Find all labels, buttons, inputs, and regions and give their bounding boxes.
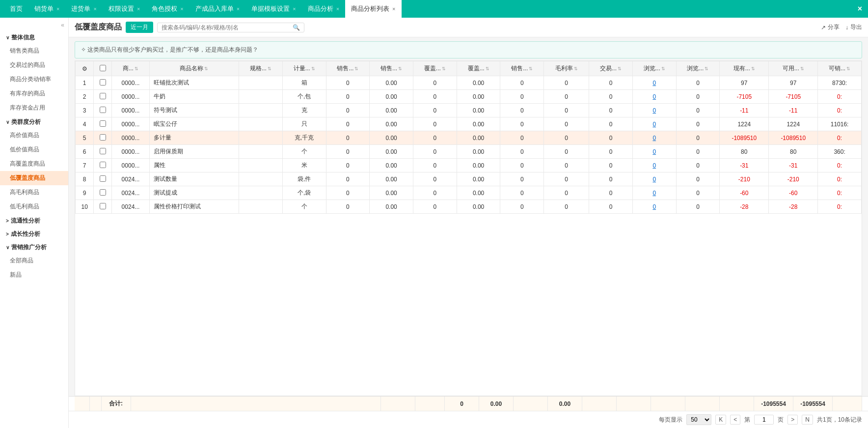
col-available[interactable]: 可用...⇅ [769,61,818,76]
row-checkbox[interactable] [100,162,106,168]
row-name[interactable]: 测试提成 [149,186,239,200]
col-sales-amt[interactable]: 销售...⇅ [370,61,413,76]
row-browse1[interactable]: 0 [632,131,676,145]
sidebar-item-capital[interactable]: 库存资金占用 [0,101,68,115]
sidebar-item-all-goods[interactable]: 全部商品 [0,254,68,268]
nav-close-purchase[interactable]: × [93,6,96,12]
next-page-btn[interactable]: > [787,415,798,425]
sidebar-item-in-stock[interactable]: 有库存的商品 [0,86,68,101]
close-all-tabs[interactable]: × [858,4,862,13]
nav-close-product-analysis-list[interactable]: × [392,6,395,12]
sidebar-group-marketing[interactable]: ∨ 营销推广分析 [0,240,68,254]
row-checkbox[interactable] [100,175,106,182]
sidebar-item-low-coverage[interactable]: 低覆盖度商品 [0,171,68,185]
row-name[interactable]: 符号测试 [149,104,239,117]
row-name[interactable]: 属性价格打印测试 [149,200,239,214]
col-sales-count[interactable]: 销售...⇅ [500,61,544,76]
nav-sales[interactable]: 销货单 × [28,0,65,18]
row-checkbox[interactable] [100,107,106,113]
sidebar-item-category-rate[interactable]: 商品分类动销率 [0,72,68,86]
row-name[interactable]: 属性 [149,159,239,172]
last-page-btn[interactable]: N [802,415,813,425]
row-check[interactable] [94,131,112,145]
sidebar-item-high-margin[interactable]: 高毛利商品 [0,185,68,200]
nav-home[interactable]: 首页 [4,0,28,18]
row-name[interactable]: 眠宝公仔 [149,117,239,131]
row-check[interactable] [94,186,112,200]
sidebar-item-high-coverage[interactable]: 高覆盖度商品 [0,157,68,171]
row-name[interactable]: 牛奶 [149,90,239,104]
search-input[interactable] [162,24,291,31]
export-button[interactable]: ↓ 导出 [845,23,862,31]
row-browse1[interactable]: 0 [632,117,676,131]
nav-close-role[interactable]: × [180,6,183,12]
first-page-btn[interactable]: K [715,415,726,425]
col-gross-margin[interactable]: 毛利率⇅ [544,61,589,76]
row-browse1[interactable]: 0 [632,90,676,104]
sidebar-item-low-margin[interactable]: 低毛利商品 [0,200,68,214]
nav-product-analysis[interactable]: 商品分析 × [302,0,345,18]
nav-close-permissions[interactable]: × [137,6,140,12]
row-checkbox[interactable] [100,203,106,209]
row-browse1[interactable]: 0 [632,159,676,172]
row-browse1[interactable]: 0 [632,104,676,117]
row-check[interactable] [94,159,112,172]
row-checkbox[interactable] [100,79,106,86]
row-check[interactable] [94,76,112,90]
page-size-select[interactable]: 50 100 200 [686,414,711,425]
row-checkbox[interactable] [100,120,106,127]
row-browse1[interactable]: 0 [632,186,676,200]
row-browse1[interactable]: 0 [632,200,676,214]
sidebar-group-flow[interactable]: > 流通性分析 [0,214,68,227]
row-checkbox[interactable] [100,189,106,196]
sidebar-collapse-btn[interactable]: « [0,20,68,30]
share-button[interactable]: ↗ 分享 [821,23,840,31]
nav-close-sales[interactable]: × [56,6,59,12]
nav-close-template[interactable]: × [293,6,296,12]
col-browse2[interactable]: 浏览...⇅ [676,61,720,76]
prev-page-btn[interactable]: < [730,415,740,425]
col-sales-qty[interactable]: 销售...⇅ [326,61,370,76]
nav-product-analysis-list[interactable]: 商品分析列表 × [345,0,401,18]
col-code[interactable]: 商...⇅ [112,61,149,76]
col-spec[interactable]: 规格...⇅ [239,61,283,76]
col-transactions[interactable]: 交易...⇅ [589,61,633,76]
row-browse1[interactable]: 0 [632,145,676,159]
nav-product-entry[interactable]: 产成品入库单 × [190,0,245,18]
row-check[interactable] [94,117,112,131]
sidebar-group-quality[interactable]: ∨ 类群度分析 [0,115,68,128]
nav-permissions[interactable]: 权限设置 × [103,0,146,18]
col-sellable[interactable]: 可销...⇅ [818,61,862,76]
date-filter-button[interactable]: 近一月 [126,22,153,33]
row-browse1[interactable]: 0 [632,172,676,186]
row-check[interactable] [94,104,112,117]
row-check[interactable] [94,90,112,104]
nav-role[interactable]: 角色授权 × [146,0,189,18]
col-coverage2[interactable]: 覆盖...⇅ [457,61,500,76]
col-coverage1[interactable]: 覆盖...⇅ [413,61,457,76]
row-check[interactable] [94,172,112,186]
sidebar-item-high-value[interactable]: 高价值商品 [0,128,68,143]
col-current-stock[interactable]: 现有...⇅ [720,61,769,76]
col-name[interactable]: 商品名称⇅ [149,61,239,76]
row-checkbox[interactable] [100,148,106,154]
sidebar-group-growth[interactable]: > 成长性分析 [0,227,68,240]
data-table-wrapper[interactable]: ⚙ 商...⇅ 商品名称⇅ 规格...⇅ 计量...⇅ 销售...⇅ 销售...… [75,60,862,396]
nav-close-product-analysis[interactable]: × [336,6,339,12]
row-checkbox[interactable] [100,134,106,141]
row-check[interactable] [94,200,112,214]
row-name[interactable]: 多计量 [149,131,239,145]
row-browse1[interactable]: 0 [632,76,676,90]
sidebar-item-traded[interactable]: 交易过的商品 [0,58,68,72]
col-browse1[interactable]: 浏览...⇅ [632,61,676,76]
nav-purchase[interactable]: 进货单 × [65,0,102,18]
row-checkbox[interactable] [100,93,106,99]
sidebar-item-sales-goods[interactable]: 销售类商品 [0,44,68,58]
select-all-checkbox[interactable] [100,65,106,71]
row-name[interactable]: 测试数量 [149,172,239,186]
row-name[interactable]: 旺铺批次测试 [149,76,239,90]
page-input[interactable] [754,415,774,425]
sidebar-group-overall[interactable]: ∨ 整体信息 [0,30,68,44]
sidebar-item-low-value[interactable]: 低价值商品 [0,143,68,157]
col-unit[interactable]: 计量...⇅ [282,61,326,76]
